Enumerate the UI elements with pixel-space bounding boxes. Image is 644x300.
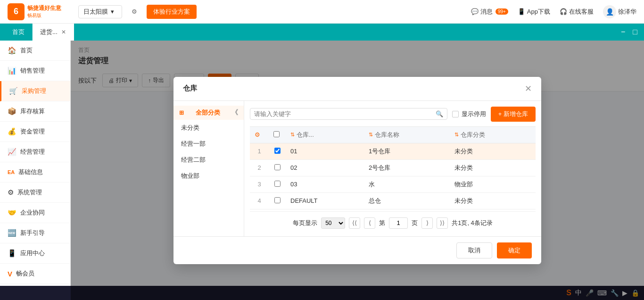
cancel-button[interactable]: 取消	[456, 242, 492, 258]
show-disabled-checkbox[interactable]	[452, 111, 459, 117]
cat-item-ops2[interactable]: 经营二部	[173, 152, 244, 168]
inventory-icon: 📦	[8, 107, 17, 116]
sidebar-item-basic-info[interactable]: EA 基础信息	[0, 162, 70, 183]
modal-toolbar: 🔍 显示停用 + 新增仓库	[250, 107, 536, 122]
header-right: 💬 消息 99+ 📱 App下载 🎧 在线客服 👤 徐泽华	[471, 5, 636, 18]
search-input[interactable]	[254, 110, 436, 117]
content-area: 首页 进货管理 按以下 🖨 打印 ▾ ↑ 导出 ↺ 刷新 查询	[71, 41, 644, 300]
nav-tab-controls: − □	[619, 28, 639, 36]
page-input[interactable]	[389, 217, 408, 229]
service-button[interactable]: 🎧 在线客服	[560, 8, 594, 16]
app-download-button[interactable]: 📱 App下载	[518, 8, 550, 16]
th-checkbox	[269, 126, 286, 143]
prev-page-button[interactable]: ⟨	[364, 217, 375, 229]
tab-home[interactable]: 首页	[5, 24, 33, 41]
th-category: ⇅ 仓库分类	[450, 126, 536, 143]
row-num: 1	[250, 143, 269, 159]
maximize-icon[interactable]: □	[631, 28, 639, 36]
table-row[interactable]: 2 02 2号仓库 未分类	[250, 159, 536, 176]
table-container: ⚙ ⇅ 仓库...	[250, 126, 536, 209]
row-checkbox[interactable]	[274, 148, 281, 154]
row-checkbox-cell	[269, 176, 286, 192]
modal-footer: 取消 确定	[173, 236, 541, 264]
members-icon: V	[8, 270, 12, 278]
logo-icon: 6	[8, 3, 25, 20]
next-page-button[interactable]: ⟩	[421, 217, 433, 229]
row-code: DEFAULT	[286, 192, 364, 209]
th-settings: ⚙	[250, 126, 269, 143]
search-icon[interactable]: 🔍	[436, 110, 443, 117]
search-box: 🔍	[250, 108, 447, 120]
logo-text: 畅捷通好生意 畅易版	[27, 4, 61, 19]
cat-item-property[interactable]: 物业部	[173, 168, 244, 184]
sort-icon: ⇅	[290, 132, 295, 138]
system-icon: ⚙	[8, 188, 14, 197]
row-name: 1号仓库	[364, 143, 450, 159]
sidebar-item-operations[interactable]: 📈 经营管理	[0, 142, 70, 162]
table-row[interactable]: 3 03 水 物业部	[250, 176, 536, 192]
sidebar-item-apps[interactable]: 📱 应用中心	[0, 243, 70, 264]
trial-button[interactable]: 体验行业方案	[147, 5, 197, 19]
sidebar-item-inventory[interactable]: 📦 库存核算	[0, 101, 70, 122]
sidebar-item-guide[interactable]: 🆕 新手引导	[0, 223, 70, 243]
tab-purchase[interactable]: 进货... ✕	[33, 24, 74, 41]
modal-close-button[interactable]: ✕	[525, 83, 532, 94]
guide-icon: 🆕	[8, 229, 17, 237]
row-checkbox[interactable]	[274, 181, 281, 187]
row-name: 2号仓库	[364, 159, 450, 176]
sidebar-item-enterprise[interactable]: 🤝 企业协同	[0, 203, 70, 223]
row-category: 未分类	[450, 159, 536, 176]
select-all-checkbox[interactable]	[273, 131, 280, 137]
sidebar-item-system[interactable]: ⚙ 系统管理	[0, 183, 70, 203]
last-page-button[interactable]: ⟩⟩	[437, 217, 448, 229]
modal-overlay: 仓库 ✕ ⊞ 全部分类 《 未分类 经营一部 经营二部	[71, 41, 644, 300]
confirm-button[interactable]: 确定	[497, 242, 532, 258]
minimize-icon[interactable]: −	[619, 28, 627, 36]
close-tab-icon[interactable]: ✕	[61, 29, 66, 35]
grid-icon: ⊞	[179, 109, 184, 116]
settings-button[interactable]: ⚙	[127, 4, 142, 19]
page-size-select[interactable]: 50 20 100	[321, 217, 345, 229]
row-checkbox-cell	[269, 192, 286, 209]
cat-item-ops1[interactable]: 经营一部	[173, 136, 244, 152]
collapse-icon[interactable]: 《	[231, 108, 238, 117]
all-categories-button[interactable]: ⊞ 全部分类 《	[173, 106, 244, 120]
sidebar-item-purchase[interactable]: 🛒 采购管理	[0, 81, 70, 101]
sidebar: 🏠 首页 📊 销售管理 🛒 采购管理 📦 库存核算 💰 资金管理 📈 经营管理 …	[0, 41, 71, 300]
row-code: 02	[286, 159, 364, 176]
operations-icon: 📈	[8, 148, 17, 156]
top-header: 6 畅捷通好生意 畅易版 日太阳膜 ▾ ⚙ 体验行业方案 💬 消息 99+ 📱 …	[0, 0, 644, 24]
gear-icon: ⚙	[132, 8, 137, 15]
row-checkbox-cell	[269, 159, 286, 176]
table-row[interactable]: 1 01 1号仓库 未分类	[250, 143, 536, 159]
sidebar-item-home[interactable]: 🏠 首页	[0, 41, 70, 61]
company-select[interactable]: 日太阳膜 ▾	[78, 5, 122, 18]
row-name: 总仓	[364, 192, 450, 209]
phone-icon: 📱	[518, 8, 525, 15]
row-num: 3	[250, 176, 269, 192]
add-warehouse-button[interactable]: + 新增仓库	[491, 107, 536, 122]
sidebar-item-finance[interactable]: 💰 资金管理	[0, 122, 70, 142]
sidebar-item-sales[interactable]: 📊 销售管理	[0, 61, 70, 81]
purchase-icon: 🛒	[9, 87, 18, 95]
row-checkbox[interactable]	[274, 164, 281, 170]
sort-icon: ⇅	[454, 132, 459, 138]
sort-icon: ⇅	[369, 132, 373, 138]
sales-icon: 📊	[8, 67, 17, 75]
user-profile[interactable]: 👤 徐泽华	[603, 5, 636, 18]
finance-icon: 💰	[8, 127, 17, 136]
sidebar-item-members[interactable]: V 畅会员	[0, 264, 70, 284]
first-page-button[interactable]: ⟨⟨	[349, 217, 360, 229]
modal-title: 仓库	[183, 84, 197, 93]
avatar: 👤	[603, 5, 616, 18]
category-sidebar: ⊞ 全部分类 《 未分类 经营一部 经营二部 物业部	[173, 101, 244, 236]
chevron-down-icon: ▾	[111, 8, 114, 15]
row-checkbox[interactable]	[274, 197, 281, 203]
message-button[interactable]: 💬 消息 99+	[471, 8, 508, 16]
cat-item-unclassified[interactable]: 未分类	[173, 120, 244, 136]
table-row[interactable]: 4 DEFAULT 总仓 未分类	[250, 192, 536, 209]
row-num: 2	[250, 159, 269, 176]
th-name: ⇅ 仓库名称	[364, 126, 450, 143]
basic-info-icon: EA	[8, 169, 15, 175]
row-code: 03	[286, 176, 364, 192]
